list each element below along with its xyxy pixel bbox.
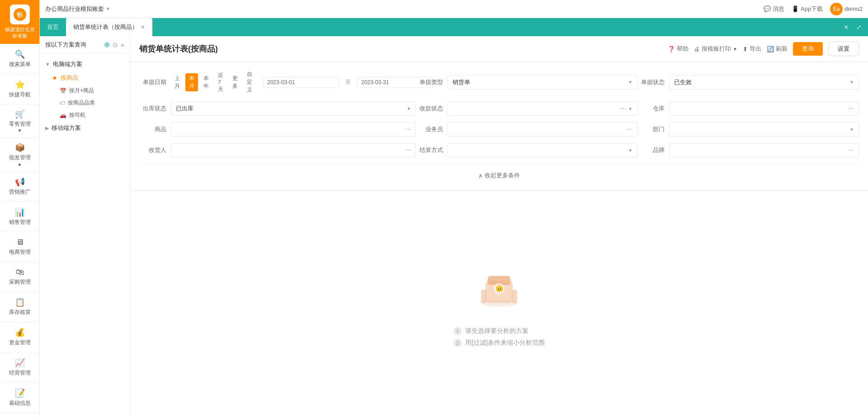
sidebar-item-finance[interactable]: 💰 资金管理 (0, 322, 39, 352)
collapse-filter-btn[interactable]: ∧ 收起更多条件 (475, 168, 524, 183)
sales-icon: 📊 (15, 207, 25, 217)
filter-row-1: 单据日期 上月 本月 本年 近7天 更多 自定义 至 (139, 69, 859, 95)
sidebar-item-operation[interactable]: 📈 经营管理 (0, 352, 39, 383)
filter-field-out-status: 出库状态 已出库 ▼ (139, 101, 416, 116)
sidebar-item-ecommerce[interactable]: 🖥 电商管理 (0, 232, 39, 262)
edit-scheme-btn[interactable]: ⊙ (113, 42, 118, 48)
date-separator: 至 (343, 78, 354, 86)
brand-control[interactable]: ··· (669, 143, 859, 157)
filter-field-type: 单据类型 销货单 ▼ (416, 75, 637, 90)
scheme-group-mobile-header[interactable]: ▶ 移动端方案 (40, 121, 130, 135)
sidebar-item-retail[interactable]: 🛒 零售管理 ▼ (0, 104, 39, 138)
sidebar-item-label: 销售管理 (9, 218, 31, 226)
chevron-up-icon: ▲ (18, 162, 22, 166)
export-label: 导出 (750, 45, 761, 53)
sidebar-item-label: 营销推广 (9, 188, 31, 196)
date-label: 单据日期 (139, 78, 171, 86)
sidebar-menu: 🔍 搜索菜单 ⭐ 快捷导航 🛒 零售管理 ▼ 📦 批发管理 ▲ 📢 营销推广 📊… (0, 44, 39, 418)
tab-home[interactable]: 首页 (40, 18, 66, 36)
tab-sales-stat[interactable]: 销货单统计表（按商品） ✕ (66, 18, 152, 36)
app-download-btn[interactable]: 📱 App下载 (792, 5, 823, 13)
help-btn[interactable]: ❓ 帮助 (668, 45, 689, 53)
scheme-header: 按以下方案查询 ⊕ ⊙ « (40, 36, 130, 54)
salesperson-control[interactable]: ··· (448, 122, 637, 137)
template-print-btn[interactable]: 🖨 按模板打印 ▼ (694, 45, 737, 53)
sidebar-item-wholesale[interactable]: 📦 批发管理 ▲ (0, 138, 39, 171)
sidebar-item-inventory[interactable]: 📋 库存核算 (0, 292, 39, 322)
more-options-icon[interactable]: ··· (848, 104, 854, 113)
sidebar-item-marketing[interactable]: 📢 营销推广 (0, 171, 39, 202)
more-options-icon[interactable]: ··· (405, 125, 411, 133)
sidebar-item-label: 采购管理 (9, 278, 31, 286)
inventory-icon: 📋 (15, 297, 25, 307)
scheme-group-mobile: ▶ 移动端方案 (40, 121, 130, 135)
scheme-sub-item-department[interactable]: 🚗 按司机 (40, 109, 130, 121)
scheme-sub-item-month-product[interactable]: 📅 按月+商品 (40, 85, 130, 97)
scheme-group-desktop: ▼ 电脑端方案 ● 按商品 📅 按月+商品 🏷 按商品品类 (40, 57, 130, 121)
warehouse-control[interactable]: ··· (669, 101, 859, 116)
receiver-control[interactable]: ··· (171, 143, 416, 157)
date-tab-this-month[interactable]: 本月 (185, 73, 198, 91)
app-download-label: App下载 (801, 5, 823, 13)
date-tab-custom[interactable]: 自定义 (243, 69, 256, 95)
sidebar-item-purchase[interactable]: 🛍 采购管理 (0, 262, 39, 292)
tab-bar: 首页 销货单统计表（按商品） ✕ ✕ ⤢ (40, 18, 868, 36)
receive-status-control[interactable]: ··· ▼ (448, 101, 637, 116)
type-control[interactable]: 销货单 ▼ (448, 75, 637, 90)
scheme-sub-item-product-category[interactable]: 🏷 按商品品类 (40, 97, 130, 109)
sidebar-item-search[interactable]: 🔍 搜索菜单 (0, 44, 39, 74)
more-options-icon[interactable]: ··· (620, 104, 626, 113)
status-value: 已生效 (674, 78, 848, 86)
wholesale-icon: 📦 (15, 142, 25, 152)
user-label: demo2 (844, 5, 863, 12)
payment-control[interactable]: ▼ (448, 143, 637, 157)
date-tab-7days[interactable]: 近7天 (214, 70, 227, 95)
scheme-group-desktop-label: 电脑端方案 (53, 60, 82, 68)
print-icon: 🖨 (694, 46, 700, 52)
out-status-control[interactable]: 已出库 ▼ (171, 101, 416, 116)
date-tab-this-year[interactable]: 本年 (200, 73, 212, 91)
more-options-icon[interactable]: ··· (405, 146, 411, 154)
ecommerce-icon: 🖥 (16, 238, 24, 247)
out-status-label: 出库状态 (139, 104, 171, 113)
user-btn[interactable]: Ea demo2 (830, 3, 863, 15)
refresh-btn[interactable]: 🔄 刷新 (767, 45, 788, 53)
account-selector[interactable]: 办公用品行业模拟账套 ▼ (45, 5, 110, 13)
settings-button[interactable]: 设置 (828, 42, 859, 56)
scheme-sub-item-product-category-label: 按商品品类 (68, 99, 95, 107)
add-scheme-btn[interactable]: ⊕ (104, 41, 110, 48)
date-tab-last-month[interactable]: 上月 (171, 73, 184, 91)
sidebar-logo: 畅 畅捷通好生意 标准版 (0, 0, 39, 44)
product-control[interactable]: ··· (171, 122, 416, 137)
sidebar-item-system[interactable]: ⚙ 系统管理 (0, 413, 39, 418)
status-control[interactable]: 已生效 ▼ (669, 75, 859, 90)
finance-icon: 💰 (15, 328, 25, 337)
date-from-input[interactable] (263, 77, 339, 88)
close-tab-icon[interactable]: ✕ (141, 24, 145, 30)
empty-illustration: 😐 (472, 262, 526, 318)
scheme-group-desktop-header[interactable]: ▼ 电脑端方案 (40, 57, 130, 71)
sidebar-item-basic[interactable]: 📝 基础信息 (0, 383, 39, 413)
query-button[interactable]: 查询 (793, 42, 823, 56)
chevron-right-icon: ▶ (45, 125, 49, 131)
scheme-item-by-product[interactable]: ● 按商品 (40, 71, 130, 85)
date-tab-more[interactable]: 更多 (229, 73, 241, 91)
more-options-icon[interactable]: ··· (848, 146, 854, 154)
collapse-scheme-btn[interactable]: « (121, 42, 124, 48)
chevron-up-icon: ∧ (478, 172, 483, 179)
scheme-group-mobile-label: 移动端方案 (52, 124, 81, 132)
sidebar-item-sales[interactable]: 📊 销售管理 (0, 202, 39, 232)
message-btn[interactable]: 💬 消息 (764, 5, 784, 13)
sidebar-item-shortcut[interactable]: ⭐ 快捷导航 (0, 74, 39, 104)
chevron-down-icon: ▼ (849, 80, 854, 85)
top-header: 办公用品行业模拟账套 ▼ 💬 消息 📱 App下载 Ea demo2 (40, 0, 868, 18)
out-status-value: 已出库 (176, 104, 405, 113)
dept-control[interactable]: ▼ (669, 122, 859, 137)
type-value: 销货单 (453, 78, 626, 86)
expand-window-btn[interactable]: ⤢ (854, 22, 864, 33)
filter-field-dept: 部门 ▼ (637, 122, 859, 137)
close-window-btn[interactable]: ✕ (841, 22, 852, 33)
export-btn[interactable]: ⬆ 导出 (743, 45, 761, 53)
scheme-item-by-product-label: 按商品 (61, 74, 78, 82)
more-options-icon[interactable]: ··· (627, 125, 632, 133)
